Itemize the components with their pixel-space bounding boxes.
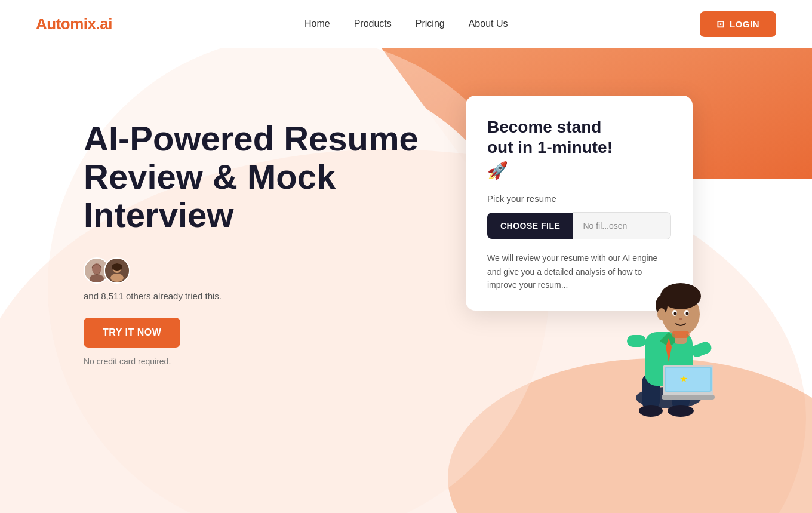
nav-home[interactable]: Home bbox=[304, 19, 330, 29]
svg-point-33 bbox=[674, 312, 677, 315]
avatar-2 bbox=[104, 257, 130, 284]
nav-about-link[interactable]: About Us bbox=[469, 19, 508, 29]
hero-right: Become stand out in 1-minute! 🚀 Pick you… bbox=[466, 84, 693, 311]
svg-rect-22 bbox=[690, 340, 713, 359]
cta-area: TRY IT NOW No credit card required. bbox=[84, 318, 430, 367]
card-title: Become stand out in 1-minute! bbox=[487, 117, 671, 157]
login-icon: ⊡ bbox=[716, 19, 725, 30]
hero-title: AI-Powered Resume Review & Mock Intervie… bbox=[84, 119, 430, 234]
navbar: Automix.ai Home Products Pricing About U… bbox=[0, 0, 812, 48]
hero-left: AI-Powered Resume Review & Mock Intervie… bbox=[84, 84, 430, 367]
svg-point-10 bbox=[110, 274, 124, 282]
file-input-row: CHOOSE FILE No fil...osen bbox=[487, 212, 671, 239]
svg-point-11 bbox=[112, 263, 122, 271]
nav-links: Home Products Pricing About Us bbox=[304, 19, 508, 29]
choose-file-button[interactable]: CHOOSE FILE bbox=[487, 213, 573, 239]
avatars-group bbox=[84, 257, 130, 284]
card-title-line1: Become stand bbox=[487, 118, 601, 136]
svg-point-34 bbox=[686, 312, 689, 315]
svg-rect-38 bbox=[672, 331, 690, 338]
login-button[interactable]: ⊡ LOGIN bbox=[700, 11, 776, 37]
svg-text:★: ★ bbox=[679, 374, 688, 384]
nav-products-link[interactable]: Products bbox=[354, 19, 392, 29]
svg-rect-25 bbox=[666, 368, 710, 391]
try-it-now-button[interactable]: TRY IT NOW bbox=[84, 318, 180, 348]
svg-point-35 bbox=[679, 318, 682, 320]
logo-o: o bbox=[61, 15, 70, 33]
person-illustration: ★ bbox=[609, 236, 740, 430]
nav-home-link[interactable]: Home bbox=[304, 19, 330, 29]
svg-rect-21 bbox=[627, 335, 646, 347]
hero-section: AI-Powered Resume Review & Mock Intervie… bbox=[0, 48, 812, 513]
social-proof-text: and 8,511 others already tried this. bbox=[84, 291, 430, 301]
nav-products[interactable]: Products bbox=[354, 19, 392, 29]
card-title-line2: out in 1-minute! bbox=[487, 138, 613, 156]
nav-about[interactable]: About Us bbox=[469, 19, 508, 29]
svg-rect-27 bbox=[662, 395, 715, 400]
no-credit-card-text: No credit card required. bbox=[84, 357, 171, 366]
svg-point-36 bbox=[657, 308, 666, 320]
avatars-row bbox=[84, 257, 430, 284]
nav-pricing[interactable]: Pricing bbox=[416, 19, 445, 29]
file-name-display: No fil...osen bbox=[573, 212, 671, 239]
rocket-emoji: 🚀 bbox=[487, 161, 671, 180]
svg-point-17 bbox=[668, 405, 694, 417]
svg-point-16 bbox=[639, 405, 663, 417]
nav-pricing-link[interactable]: Pricing bbox=[416, 19, 445, 29]
pick-resume-label: Pick your resume bbox=[487, 193, 671, 204]
login-label: LOGIN bbox=[730, 19, 759, 29]
logo-text: Automix.ai bbox=[36, 15, 112, 33]
logo[interactable]: Automix.ai bbox=[36, 15, 112, 33]
